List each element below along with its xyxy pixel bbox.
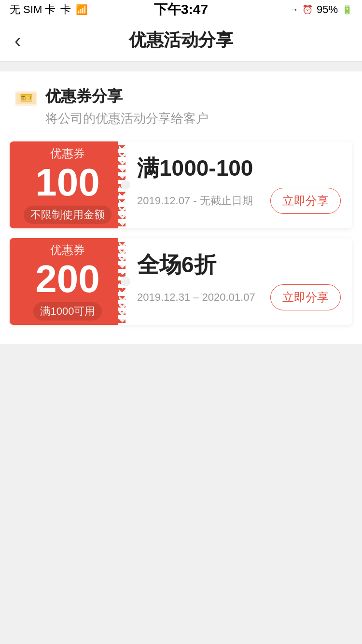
zigzag-2	[119, 238, 125, 325]
bottom-area	[0, 344, 362, 586]
svg-text:🎫: 🎫	[20, 91, 33, 104]
wifi-icon: 📶	[76, 4, 88, 15]
coupon-left-2: 优惠券 200 满1000可用	[10, 238, 125, 325]
coupon-card: 优惠券 100 不限制使用金额 满1000-100 2019.12.07 - 无…	[10, 141, 352, 228]
coupon-list: 优惠券 100 不限制使用金额 满1000-100 2019.12.07 - 无…	[0, 137, 362, 344]
section-title: 优惠券分享	[45, 86, 209, 107]
section-gap	[0, 62, 362, 71]
section-subtitle: 将公司的优惠活动分享给客户	[45, 110, 209, 127]
back-button[interactable]: ‹	[14, 31, 21, 50]
page-title: 优惠活动分享	[129, 28, 233, 52]
coupon-left-1: 优惠券 100 不限制使用金额	[10, 141, 125, 228]
status-bar: 无 SIM 卡 卡 📶 下午3:47 → ⏰ 95% 🔋	[0, 0, 362, 19]
status-right: → ⏰ 95% 🔋	[290, 3, 352, 16]
coupon-name-2: 全场6折	[137, 252, 341, 277]
battery-icon: 🔋	[342, 4, 352, 15]
status-left: 无 SIM 卡 卡 📶	[10, 2, 88, 17]
share-button-1[interactable]: 立即分享	[270, 188, 341, 214]
section-text-group: 优惠券分享 将公司的优惠活动分享给客户	[45, 86, 209, 127]
coupon-bottom-row-1: 2019.12.07 - 无截止日期 立即分享	[137, 188, 341, 214]
coupon-label-1: 优惠券	[50, 146, 85, 161]
coupon-right-2: 全场6折 2019.12.31 – 2020.01.07 立即分享	[125, 238, 352, 325]
coupon-bottom-row-2: 2019.12.31 – 2020.01.07 立即分享	[137, 284, 341, 310]
zigzag-1	[119, 141, 125, 228]
carrier-text: 无 SIM 卡	[10, 2, 56, 17]
section-header: 🎫 优惠券分享 将公司的优惠活动分享给客户	[0, 71, 362, 137]
location-icon: →	[290, 5, 298, 15]
coupon-card-2: 优惠券 200 满1000可用 全场6折 2019.12.31 – 2020.0…	[10, 238, 352, 325]
nav-bar: ‹ 优惠活动分享	[0, 19, 362, 62]
coupon-label-2: 优惠券	[50, 242, 85, 258]
status-time: 下午3:47	[154, 0, 208, 19]
coupon-amount-2: 200	[35, 260, 99, 298]
coupon-right-1: 满1000-100 2019.12.07 - 无截止日期 立即分享	[125, 141, 352, 228]
coupon-share-icon: 🎫	[14, 87, 38, 110]
coupon-condition-1: 不限制使用金额	[24, 206, 111, 224]
coupon-date-1: 2019.12.07 - 无截止日期	[137, 194, 253, 208]
coupon-amount-1: 100	[35, 163, 99, 202]
coupon-name-1: 满1000-100	[137, 156, 341, 181]
share-button-2[interactable]: 立即分享	[270, 284, 341, 310]
carrier-card: 卡	[60, 2, 71, 17]
alarm-icon: ⏰	[302, 4, 313, 15]
coupon-condition-2: 满1000可用	[33, 302, 102, 321]
battery-text: 95%	[317, 3, 338, 16]
coupon-date-2: 2019.12.31 – 2020.01.07	[137, 291, 255, 304]
